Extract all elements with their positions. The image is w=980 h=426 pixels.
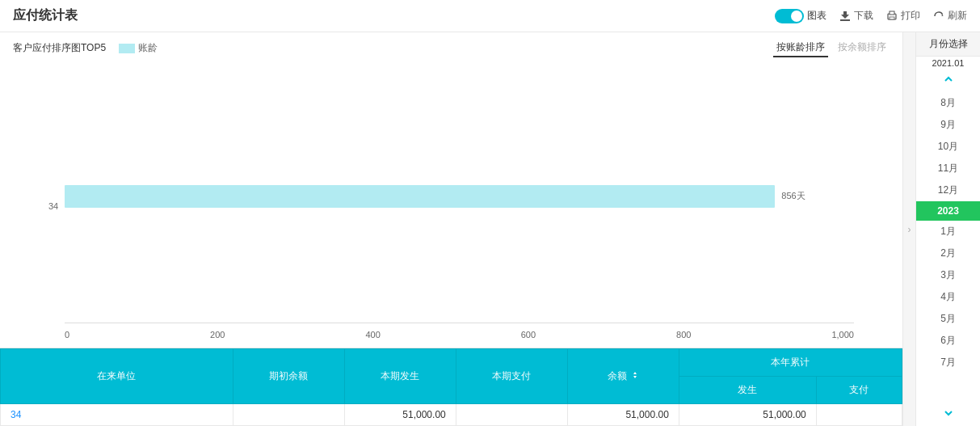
th-balance: 余额	[567, 349, 679, 404]
sidebar-current-value: 2021.01	[916, 57, 980, 70]
sidebar-year-2023[interactable]: 2023	[916, 201, 980, 221]
th-ytd-occur: 发生	[679, 377, 816, 404]
td-balance: 51,000.00	[567, 404, 679, 426]
app-header: 应付统计表 图表 下载 打印 刷新	[0, 0, 980, 32]
month-sidebar: 月份选择 2021.01 8月 9月 10月 11月 12月 2023 1月 2…	[915, 32, 980, 426]
th-ytd-pay: 支付	[816, 377, 902, 404]
main-content: 客户应付排序图TOP5 账龄 按账龄排序 按余额排序	[0, 32, 980, 426]
sidebar-item-9[interactable]: 9月	[916, 114, 980, 136]
x-label-400: 400	[365, 330, 380, 340]
x-axis-labels: 0 200 400 600 800 1,000	[65, 330, 854, 340]
chart-legend: 客户应付排序图TOP5 账龄	[13, 41, 158, 55]
sort-by-balance-button[interactable]: 按余额排序	[835, 39, 890, 57]
sort-by-age-button[interactable]: 按账龄排序	[773, 39, 828, 57]
td-period-start	[233, 404, 344, 426]
chart-container: 客户应付排序图TOP5 账龄 按账龄排序 按余额排序	[0, 32, 902, 426]
unit-link[interactable]: 34	[11, 409, 21, 420]
chart-toggle-label: 图表	[807, 9, 826, 23]
sidebar-item-12[interactable]: 12月	[916, 179, 980, 201]
sidebar-item-6[interactable]: 6月	[916, 330, 980, 352]
sidebar-item-2[interactable]: 2月	[916, 243, 980, 264]
sidebar-item-1[interactable]: 1月	[916, 221, 980, 243]
svg-rect-3	[890, 17, 894, 19]
chevron-right-icon: ›	[908, 224, 911, 235]
x-label-200: 200	[210, 330, 225, 340]
bar-fill	[65, 185, 775, 208]
td-ytd-pay	[816, 404, 902, 426]
legend-item: 账龄	[119, 41, 158, 55]
chart-section: 客户应付排序图TOP5 账龄 按账龄排序 按余额排序	[0, 32, 902, 348]
refresh-icon	[933, 11, 944, 22]
bar-end-label: 856天	[781, 190, 805, 202]
month-list[interactable]: 8月 9月 10月 11月 12月 2023 1月 2月 3月 4月 5月 6月…	[916, 92, 980, 403]
x-axis-line	[65, 323, 854, 323]
y-axis-label: 34	[48, 201, 63, 211]
header-actions: 图表 下载 打印 刷新	[775, 9, 967, 23]
data-table: 在来单位 期初余额 本期发生 本期支付 余额 本年累计 发生	[0, 348, 902, 426]
sidebar-item-8[interactable]: 8月	[916, 92, 980, 114]
chevron-up-icon	[942, 73, 955, 86]
sidebar-title: 月份选择	[916, 32, 980, 57]
page-title: 应付统计表	[13, 7, 78, 24]
sidebar-item-7[interactable]: 7月	[916, 352, 980, 373]
sidebar-item-4[interactable]: 4月	[916, 286, 980, 308]
th-current-pay: 本期支付	[456, 349, 567, 404]
sidebar-wrapper: › 月份选择 2021.01 8月 9月 10月 11月 12月 2023	[902, 32, 980, 426]
th-ytd: 本年累计	[679, 349, 902, 377]
sidebar-item-5[interactable]: 5月	[916, 308, 980, 330]
chart-toggle[interactable]	[775, 9, 804, 23]
sort-icon	[631, 371, 639, 379]
sidebar-up-button[interactable]	[916, 70, 980, 92]
sidebar-toggle[interactable]: ›	[902, 32, 915, 426]
x-label-600: 600	[521, 330, 536, 340]
chart-header: 客户应付排序图TOP5 账龄 按账龄排序 按余额排序	[0, 32, 902, 64]
td-current-occur: 51,000.00	[344, 404, 456, 426]
table-row: 34 51,000.00 51,000.00 51,000.00	[1, 404, 902, 426]
bar-row-label: 34	[48, 201, 63, 211]
download-button[interactable]: 下载	[839, 9, 873, 23]
table-header-row-1: 在来单位 期初余额 本期发生 本期支付 余额 本年累计	[1, 349, 902, 377]
table-section: 在来单位 期初余额 本期发生 本期支付 余额 本年累计 发生	[0, 348, 902, 426]
th-period-start: 期初余额	[233, 349, 344, 404]
x-label-1000: 1,000	[831, 330, 854, 340]
chevron-down-icon	[942, 407, 955, 420]
x-label-0: 0	[65, 330, 69, 340]
x-label-800: 800	[676, 330, 691, 340]
th-unit: 在来单位	[1, 349, 233, 404]
table-body: 34 51,000.00 51,000.00 51,000.00	[1, 404, 902, 426]
td-unit: 34	[1, 404, 233, 426]
th-current-occur: 本期发生	[344, 349, 456, 404]
td-current-pay	[456, 404, 567, 426]
download-icon	[839, 11, 851, 22]
td-ytd-occur: 51,000.00	[679, 404, 816, 426]
bar-row-34: 856天	[65, 185, 854, 208]
print-button[interactable]: 打印	[886, 9, 920, 23]
legend-label: 账龄	[138, 41, 158, 55]
refresh-button[interactable]: 刷新	[933, 9, 967, 23]
svg-rect-0	[840, 19, 850, 21]
chart-inner: 856天	[65, 72, 854, 323]
chart-title: 客户应付排序图TOP5	[13, 41, 106, 55]
sidebar-item-3[interactable]: 3月	[916, 264, 980, 286]
legend-color-box	[119, 44, 135, 53]
print-icon	[886, 11, 898, 22]
sidebar-item-11[interactable]: 11月	[916, 158, 980, 179]
chart-sort-buttons: 按账龄排序 按余额排序	[773, 39, 890, 57]
sidebar-down-button[interactable]	[916, 403, 980, 426]
svg-rect-2	[890, 11, 894, 15]
chart-toggle-group[interactable]: 图表	[775, 9, 826, 23]
sidebar-item-10[interactable]: 10月	[916, 136, 980, 158]
bar-chart-area: 34 856天 0 200	[0, 64, 902, 348]
